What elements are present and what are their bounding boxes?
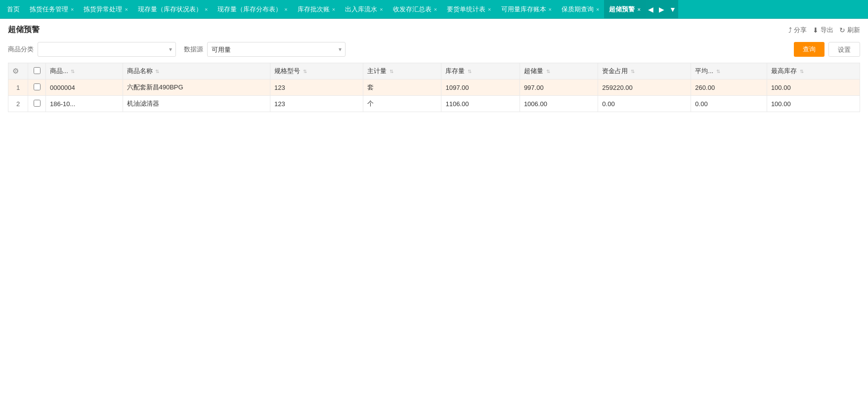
prod-code-1: 186-10... xyxy=(46,96,123,112)
share-button[interactable]: ⤴ 分享 xyxy=(788,26,807,35)
col-max-stock-header: 最高库存 ⇅ xyxy=(767,63,860,79)
refresh-icon: ↻ xyxy=(839,26,845,34)
nav-arrow-right[interactable]: ▶ xyxy=(656,0,667,19)
category-label: 商品分类 xyxy=(8,45,34,54)
nav-batch[interactable]: 库存批次账 × xyxy=(293,0,340,19)
settings-button[interactable]: 设置 xyxy=(828,42,860,57)
avg-1: 0.00 xyxy=(691,96,767,112)
filter-area: 商品分类 ▾ 数据源 可用量 库存量 ▾ 查询 设置 xyxy=(8,42,860,57)
category-select[interactable] xyxy=(38,42,176,57)
col-prod-name-header: 商品名称 ⇅ xyxy=(123,63,270,79)
query-button[interactable]: 查询 xyxy=(794,42,825,57)
row-check-0 xyxy=(28,79,46,96)
stock-1: 1106.00 xyxy=(441,96,520,112)
page-title: 超储预警 xyxy=(8,25,40,35)
prod-name-0: 六配套新昌490BPG xyxy=(123,79,270,96)
nav-recv-send[interactable]: 收发存汇总表 × xyxy=(388,0,442,19)
nav-quality[interactable]: 保质期查询 × xyxy=(557,0,604,19)
prod-code-0: 0000004 xyxy=(46,79,123,96)
close-batch[interactable]: × xyxy=(332,6,335,12)
nav-home[interactable]: 首页 xyxy=(2,0,25,19)
close-inout-flow[interactable]: × xyxy=(380,6,383,12)
close-overstock[interactable]: × xyxy=(637,6,640,12)
nav-order-stat[interactable]: 要货单统计表 × xyxy=(442,0,496,19)
col-avg-header: 平均... ⇅ xyxy=(691,63,767,79)
prod-name-1: 机油滤清器 xyxy=(123,96,270,112)
top-nav: 首页 拣货任务管理 × 拣货异常处理 × 现存量（库存状况表） × 现存量（库存… xyxy=(0,0,868,19)
col-capital-header: 资金占用 ⇅ xyxy=(598,63,691,79)
row-num-0: 1 xyxy=(8,79,28,96)
sort-max-stock[interactable]: ⇅ xyxy=(800,69,804,74)
nav-overstock[interactable]: 超储预警 × xyxy=(604,0,645,19)
nav-inventory-status[interactable]: 现存量（库存状况表） × xyxy=(133,0,213,19)
row-checkbox-0[interactable] xyxy=(34,83,41,90)
sort-prod-code[interactable]: ⇅ xyxy=(71,69,75,74)
close-quality[interactable]: × xyxy=(596,6,599,12)
page-header: 超储预警 ⤴ 分享 ⬇ 导出 ↻ 刷新 xyxy=(8,25,860,35)
share-icon: ⤴ xyxy=(788,26,792,34)
refresh-button[interactable]: ↻ 刷新 xyxy=(839,26,860,35)
nav-avail-stock[interactable]: 可用量库存账本 × xyxy=(496,0,557,19)
row-check-1 xyxy=(28,96,46,112)
capital-1: 0.00 xyxy=(598,96,691,112)
export-icon: ⬇ xyxy=(813,26,819,34)
datasource-select[interactable]: 可用量 库存量 xyxy=(207,42,346,57)
close-avail-stock[interactable]: × xyxy=(549,6,552,12)
datasource-select-wrapper: 可用量 库存量 ▾ xyxy=(207,42,346,57)
close-abnormal[interactable]: × xyxy=(125,6,128,12)
datasource-label: 数据源 xyxy=(184,45,203,54)
unit-0: 套 xyxy=(363,79,441,96)
sort-prod-name[interactable]: ⇅ xyxy=(155,69,159,74)
category-select-wrapper: ▾ xyxy=(38,42,176,57)
table-settings-gear[interactable]: ⚙ xyxy=(12,67,19,75)
col-prod-code-header: 商品... ⇅ xyxy=(46,63,123,79)
col-gear: ⚙ xyxy=(8,63,28,79)
sort-overstock[interactable]: ⇅ xyxy=(546,69,550,74)
spec-0: 123 xyxy=(270,79,363,96)
max-stock-0: 100.00 xyxy=(767,79,860,96)
col-check-header xyxy=(28,63,46,79)
nav-inout-flow[interactable]: 出入库流水 × xyxy=(340,0,388,19)
col-spec-header: 规格型号 ⇅ xyxy=(270,63,363,79)
close-inventory-dist[interactable]: × xyxy=(284,6,287,12)
category-filter: 商品分类 ▾ xyxy=(8,42,176,57)
table-row: 2 186-10... 机油滤清器 123 个 1106.00 1006.00 … xyxy=(8,96,860,112)
overstock-1: 1006.00 xyxy=(520,96,598,112)
unit-1: 个 xyxy=(363,96,441,112)
data-table: ⚙ 商品... ⇅ 商品名称 ⇅ 规格型号 ⇅ 主计量 xyxy=(8,63,860,112)
select-all-checkbox[interactable] xyxy=(34,67,41,74)
overstock-0: 997.00 xyxy=(520,79,598,96)
col-unit-header: 主计量 ⇅ xyxy=(363,63,441,79)
spec-1: 123 xyxy=(270,96,363,112)
nav-inventory-dist[interactable]: 现存量（库存分布表） × xyxy=(213,0,292,19)
avg-0: 260.00 xyxy=(691,79,767,96)
header-actions: ⤴ 分享 ⬇ 导出 ↻ 刷新 xyxy=(788,26,860,35)
capital-0: 259220.00 xyxy=(598,79,691,96)
col-overstock-header: 超储量 ⇅ xyxy=(520,63,598,79)
datasource-filter: 数据源 可用量 库存量 ▾ xyxy=(184,42,346,57)
nav-arrow-left[interactable]: ◀ xyxy=(646,0,656,19)
close-task-mgmt[interactable]: × xyxy=(71,6,74,12)
export-button[interactable]: ⬇ 导出 xyxy=(813,26,833,35)
sort-spec[interactable]: ⇅ xyxy=(303,69,307,74)
sort-unit[interactable]: ⇅ xyxy=(390,69,393,74)
sort-capital[interactable]: ⇅ xyxy=(631,69,635,74)
close-recv-send[interactable]: × xyxy=(434,6,437,12)
table-header-row: ⚙ 商品... ⇅ 商品名称 ⇅ 规格型号 ⇅ 主计量 xyxy=(8,63,860,79)
row-checkbox-1[interactable] xyxy=(34,100,41,107)
row-num-1: 2 xyxy=(8,96,28,112)
nav-abnormal[interactable]: 拣货异常处理 × xyxy=(79,0,132,19)
sort-stock[interactable]: ⇅ xyxy=(468,69,472,74)
close-inventory-status[interactable]: × xyxy=(205,6,208,12)
nav-task-mgmt[interactable]: 拣货任务管理 × xyxy=(25,0,79,19)
sort-avg[interactable]: ⇅ xyxy=(716,69,720,74)
nav-arrow-more[interactable]: ▼ xyxy=(667,0,678,19)
page-content: 超储预警 ⤴ 分享 ⬇ 导出 ↻ 刷新 商品分类 ▾ xyxy=(0,19,868,395)
action-buttons: 查询 设置 xyxy=(794,42,860,57)
max-stock-1: 100.00 xyxy=(767,96,860,112)
stock-0: 1097.00 xyxy=(441,79,520,96)
col-stock-header: 库存量 ⇅ xyxy=(441,63,520,79)
close-order-stat[interactable]: × xyxy=(488,6,491,12)
table-row: 1 0000004 六配套新昌490BPG 123 套 1097.00 997.… xyxy=(8,79,860,96)
